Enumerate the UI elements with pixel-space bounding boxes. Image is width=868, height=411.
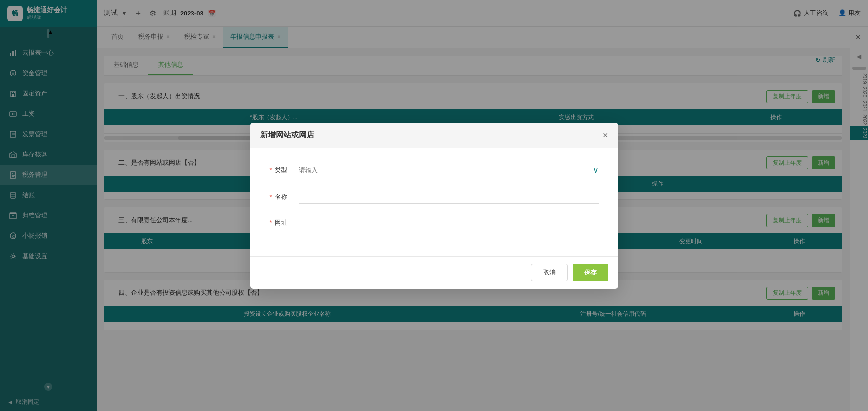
- modal-overlay[interactable]: 新增网站或网店 × * 类型 ∨ * 名称: [0, 0, 868, 411]
- type-input[interactable]: [299, 167, 593, 174]
- add-website-modal: 新增网站或网店 × * 类型 ∨ * 名称: [250, 123, 618, 289]
- cancel-button[interactable]: 取消: [531, 264, 568, 281]
- save-button[interactable]: 保存: [573, 264, 608, 281]
- form-field-type: * 类型 ∨: [270, 163, 599, 178]
- modal-header: 新增网站或网店 ×: [250, 123, 618, 148]
- dropdown-arrow-icon: ∨: [593, 166, 599, 175]
- form-field-name: * 名称: [270, 190, 599, 204]
- type-select[interactable]: ∨: [299, 163, 599, 178]
- url-label: * 网址: [270, 218, 299, 227]
- modal-close-button[interactable]: ×: [603, 131, 608, 139]
- name-input[interactable]: [299, 190, 599, 204]
- modal-body: * 类型 ∨ * 名称 * 网址: [250, 148, 618, 256]
- url-input[interactable]: [299, 216, 599, 229]
- type-label: * 类型: [270, 166, 299, 175]
- modal-title: 新增网站或网店: [260, 130, 314, 140]
- form-field-url: * 网址: [270, 216, 599, 229]
- modal-footer: 取消 保存: [250, 256, 618, 289]
- name-label: * 名称: [270, 193, 299, 201]
